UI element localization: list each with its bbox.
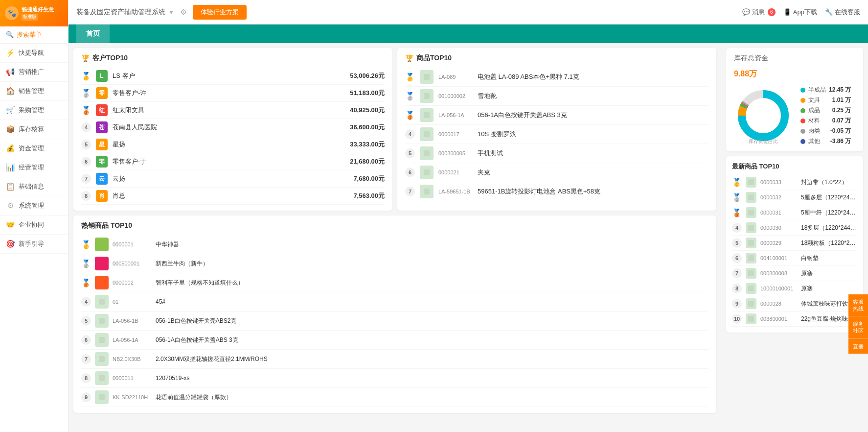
rank-number: 7: [405, 187, 415, 196]
customer-name: LS 客户: [113, 72, 345, 80]
new-product-name: 18多层（1220*2440）: [801, 224, 857, 232]
sidebar-icon: 📦: [6, 125, 15, 134]
svg-rect-7: [99, 299, 105, 305]
float-button-直播[interactable]: 直播: [848, 339, 868, 354]
sidebar-item-采购管理[interactable]: 🛒 采购管理: [0, 101, 68, 120]
svg-rect-22: [748, 210, 754, 216]
silver-medal-icon: 🥈: [81, 259, 91, 268]
customer-amount: 40,925.00元: [350, 106, 385, 115]
new-product-name: 18颗粒板（1220*2440）: [801, 239, 857, 247]
svg-rect-6: [424, 189, 430, 194]
goods-item: 🥉 LA-056-1A 056-1A白色按键开关盖ABS 3克: [405, 106, 708, 125]
legend-value: 12.45 万: [829, 86, 851, 94]
svg-rect-25: [748, 255, 754, 261]
goods-list: 🥇 LA-089 电池盖 LA-089 ABS本色+黑种 7.1克 🥈 0010…: [405, 68, 708, 201]
new-product-thumb: [746, 177, 756, 188]
online-service-button[interactable]: 🔧 在线客服: [825, 8, 860, 17]
hot-product-code: 0000002: [113, 280, 152, 286]
new-product-name: 白钢垫: [801, 254, 857, 263]
new-product-code: 0000030: [760, 225, 797, 231]
hot-product-item: 🥈 000500001 新西兰牛肉（新牛）: [81, 254, 708, 273]
legend-name: 半成品: [808, 86, 826, 94]
svg-rect-8: [99, 318, 105, 324]
silver-medal-icon: 🥈: [81, 89, 91, 98]
new-product-name: 5厘多层（1220*2440）: [801, 193, 857, 202]
customer-avatar: 肖: [96, 190, 108, 202]
svg-rect-24: [748, 240, 754, 246]
customer-name: 红太阳文具: [113, 106, 345, 115]
hot-product-item: 9 KK-SD22110H 花语萌值温分罐罐袋（厚款）: [81, 388, 708, 407]
sidebar-icon: ⚡: [6, 48, 15, 57]
rank-number: 5: [81, 140, 91, 149]
sidebar-item-资金管理[interactable]: 💰 资金管理: [0, 139, 68, 158]
sidebar-item-企业协同[interactable]: 🤝 企业协同: [0, 216, 68, 235]
search-menu[interactable]: 🔍 搜索菜单: [0, 26, 68, 44]
legend-value: 0.07 万: [832, 117, 851, 125]
tab-home[interactable]: 首页: [76, 24, 110, 43]
new-product-item: 6 004100001 白钢垫: [732, 251, 857, 266]
rank-number: 9: [81, 392, 91, 402]
top-section: 🏆 客户TOP10 🥇 L LS 客户 53,006.26元 🥈 零 零售客户-…: [73, 48, 716, 211]
legend-name: 成品: [808, 106, 829, 115]
bronze-medal-icon: 🥉: [405, 111, 415, 120]
bronze-medal-icon: 🥉: [732, 208, 742, 217]
sidebar-icon: 🤝: [6, 220, 15, 229]
product-name: 夹克: [478, 168, 708, 177]
new-product-code: 0000033: [760, 179, 797, 185]
settings-icon[interactable]: ⚙: [180, 7, 187, 17]
new-product-item: 8 10000100001 原塞: [732, 281, 857, 296]
customer-avatar: 红: [96, 104, 108, 116]
sidebar-icon: 🎯: [6, 240, 15, 248]
phone-icon: 📱: [783, 8, 791, 16]
new-products-title: 最新商品 TOP10: [732, 162, 857, 171]
float-button-服务社区[interactable]: 服务社区: [848, 316, 868, 339]
product-thumb: [420, 166, 434, 179]
sidebar-item-基础信息[interactable]: 📋 基础信息: [0, 177, 68, 196]
rank-number: 6: [405, 168, 415, 177]
hot-product-item: 4 01 45#: [81, 292, 708, 312]
legend-name: 材料: [808, 117, 829, 125]
legend-value: 1.01 万: [832, 96, 851, 104]
sidebar-item-系统管理[interactable]: ⚙ 系统管理: [0, 196, 68, 216]
customer-name: 肖总: [113, 192, 348, 200]
legend-name: 肉类: [808, 127, 827, 135]
new-product-item: 🥉 0000031 5厘中纤（1220*2440）: [732, 205, 857, 220]
rank-number: 8: [81, 191, 91, 201]
legend-item: 半成品 12.45 万: [800, 86, 851, 94]
customer-item: 🥉 红 红太阳文具 40,925.00元: [81, 102, 385, 119]
sidebar: 🐾 畅捷通好生意 标准版 🔍 搜索菜单 ⚡ 快捷导航📢 营销推广🏠 销售管理🛒 …: [0, 0, 69, 432]
silver-medal-icon: 🥈: [732, 193, 742, 202]
hot-product-name: 45#: [156, 298, 708, 305]
customer-avatar: 苍: [96, 121, 108, 133]
new-product-thumb: [746, 253, 756, 264]
legend-dot: [800, 129, 805, 134]
sidebar-icon: 📢: [6, 68, 15, 76]
hot-product-code: LA-056-1A: [113, 337, 152, 343]
customer-list: 🥇 L LS 客户 53,006.26元 🥈 零 零售客户-许 51,183.0…: [81, 68, 385, 205]
customer-item: 6 零 零售客户-于 21,680.00元: [81, 153, 385, 170]
dropdown-arrow-icon[interactable]: ▼: [168, 9, 174, 16]
customer-top10-card: 🏆 客户TOP10 🥇 L LS 客户 53,006.26元 🥈 零 零售客户-…: [73, 48, 392, 211]
customer-avatar: 零: [96, 156, 108, 168]
sidebar-item-快捷导航[interactable]: ⚡ 快捷导航: [0, 44, 68, 63]
customer-amount: 7,680.00元: [353, 174, 385, 183]
hot-product-item: 8 0000011 12070519-xs: [81, 369, 708, 388]
sidebar-item-销售管理[interactable]: 🏠 销售管理: [0, 82, 68, 101]
new-product-thumb: [746, 268, 756, 279]
legend-item: 材料 0.07 万: [800, 117, 851, 125]
message-button[interactable]: 💬 消息 6: [742, 8, 776, 17]
customer-item: 7 云 云扬 7,680.00元: [81, 170, 385, 188]
product-thumb: [95, 257, 109, 270]
float-button-客服热线[interactable]: 客服热线: [848, 294, 868, 317]
navtabs: 首页: [69, 24, 868, 43]
product-code: LA-59651-1B: [438, 189, 473, 194]
product-thumb: [95, 352, 109, 366]
trial-button[interactable]: 体验行业方案: [193, 5, 247, 20]
sidebar-item-经营管理[interactable]: 📊 经营管理: [0, 158, 68, 177]
sidebar-item-营销推广[interactable]: 📢 营销推广: [0, 63, 68, 82]
legend-dot: [800, 98, 805, 103]
sidebar-item-新手引导[interactable]: 🎯 新手引导: [0, 235, 68, 254]
sidebar-icon: 🏠: [6, 87, 15, 96]
sidebar-item-库存核算[interactable]: 📦 库存核算: [0, 120, 68, 139]
app-download-button[interactable]: 📱 App下载: [783, 8, 817, 17]
